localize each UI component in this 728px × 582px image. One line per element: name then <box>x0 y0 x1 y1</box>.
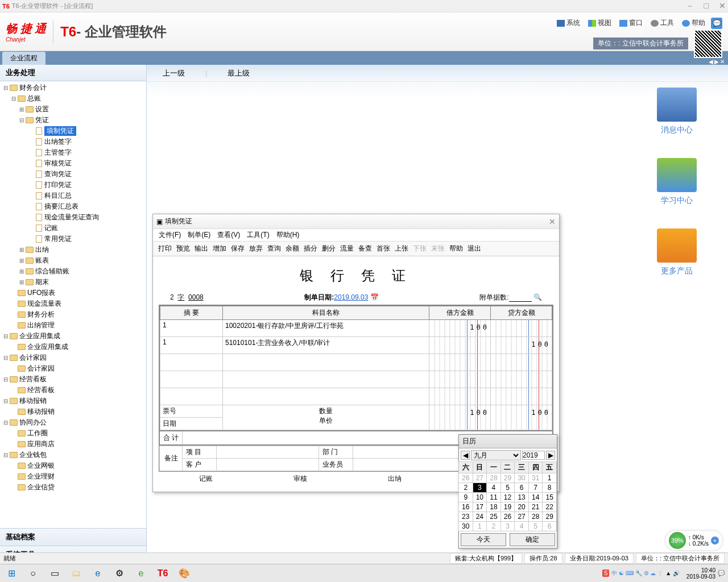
cal-day[interactable]: 18 <box>486 502 501 512</box>
cal-day[interactable]: 20 <box>514 502 529 512</box>
cal-day[interactable]: 3 <box>473 483 487 493</box>
toolbar-余额[interactable]: 余额 <box>284 243 301 255</box>
tree-query-voucher[interactable]: 查询凭证 <box>0 169 146 180</box>
cal-day[interactable]: 28 <box>486 473 501 483</box>
voucher-window-titlebar[interactable]: ▣ 填制凭证 ✕ <box>153 214 559 229</box>
sidebar-footer-basic[interactable]: 基础档案 <box>0 529 146 546</box>
toolbar-插分[interactable]: 插分 <box>302 243 319 255</box>
cal-day[interactable]: 8 <box>542 483 557 493</box>
search-icon[interactable]: 🔍 <box>533 293 542 301</box>
voucher-table[interactable]: 摘 要 科目名称 借方金额 贷方金额 110020201-银行存款/中里房评/工… <box>159 305 553 431</box>
tree-collab[interactable]: ⊟协同办公 <box>0 417 146 428</box>
tree-fill-voucher[interactable]: 填制凭证 <box>0 126 146 136</box>
cal-day[interactable]: 1 <box>473 521 487 531</box>
tab-nav[interactable]: ◀▶✕ <box>709 59 728 65</box>
cal-day[interactable]: 3 <box>500 521 515 531</box>
tree-audit-voucher[interactable]: 审核凭证 <box>0 158 146 169</box>
cal-day[interactable]: 22 <box>542 502 557 512</box>
calendar-icon[interactable]: 📅 <box>370 293 379 301</box>
vmenu-view[interactable]: 查看(V) <box>215 230 242 240</box>
tree-subject-summary[interactable]: 科目汇总 <box>0 190 146 201</box>
voucher-row[interactable]: 110020201-银行存款/中里房评/工行华苑 100 <box>160 320 552 337</box>
cal-day[interactable]: 15 <box>542 492 557 502</box>
notification-icon[interactable]: 💬 <box>718 570 725 576</box>
tree-acc-home[interactable]: ⊟会计家园 <box>0 352 146 363</box>
paint-icon[interactable]: 🎨 <box>176 567 192 580</box>
minimize-button[interactable]: － <box>686 1 694 11</box>
tree-mobile[interactable]: ⊟移动报销 <box>0 396 146 406</box>
cal-day[interactable]: 5 <box>528 521 543 531</box>
right-learn-center[interactable]: 学习中心 <box>657 158 697 206</box>
cal-day[interactable]: 7 <box>528 483 543 493</box>
tree-cashier-sign[interactable]: 出纳签字 <box>0 136 146 147</box>
tree-credit[interactable]: 企业信贷 <box>0 482 146 493</box>
sidebar-header[interactable]: 业务处理 <box>0 65 146 81</box>
cal-day[interactable]: 2 <box>486 521 501 531</box>
vmenu-file[interactable]: 文件(F) <box>156 230 183 240</box>
tree-financial[interactable]: ⊟财务会计 <box>0 82 146 93</box>
calendar-title[interactable]: 日历 <box>459 435 557 448</box>
menu-tool[interactable]: 工具 <box>648 17 676 29</box>
cal-day[interactable]: 14 <box>528 492 543 502</box>
cal-day[interactable]: 6 <box>542 521 557 531</box>
calendar-prev[interactable]: ◀ <box>461 451 470 460</box>
voucher-close-button[interactable]: ✕ <box>549 217 556 226</box>
browser2-icon[interactable]: e <box>133 567 149 580</box>
tree-setup[interactable]: ⊞设置 <box>0 104 146 115</box>
cal-day[interactable]: 12 <box>500 492 515 502</box>
cal-day[interactable]: 13 <box>514 492 529 502</box>
toolbar-帮助[interactable]: 帮助 <box>448 243 465 255</box>
settings-icon[interactable]: ⚙ <box>111 567 127 580</box>
tree-ebank[interactable]: 企业网银 <box>0 460 146 471</box>
cal-day[interactable]: 19 <box>500 502 515 512</box>
voucher-row[interactable]: 151010101-主营业务收入/中联/审计 100 <box>160 337 552 354</box>
tree-common-voucher[interactable]: 常用凭证 <box>0 234 146 244</box>
taskbar[interactable]: ⊞ ○ ▭ 🗂 e ⚙ e T6 🎨 S 中 ☯ ⌨ 🔧 ⚙ ☁ ⋮ ▲ 🔊 1… <box>0 564 728 582</box>
cal-day[interactable]: 28 <box>528 512 543 522</box>
tree-print-voucher[interactable]: 打印凭证 <box>0 180 146 190</box>
cal-day[interactable]: 27 <box>473 473 487 483</box>
menu-window[interactable]: 窗口 <box>617 17 645 29</box>
tree-book[interactable]: 记账 <box>0 223 146 234</box>
edge-icon[interactable]: e <box>90 567 106 580</box>
t6-icon[interactable]: T6 <box>155 567 171 580</box>
tab-enterprise-flow[interactable]: 企业流程 <box>2 52 46 65</box>
tray-ime-icon[interactable]: S <box>602 569 610 577</box>
calendar-next[interactable]: ▶ <box>546 451 555 460</box>
tree-dashboard-sub[interactable]: 经营看板 <box>0 385 146 396</box>
toolbar-放弃[interactable]: 放弃 <box>247 243 264 255</box>
tree-ufo[interactable]: UFO报表 <box>0 288 146 298</box>
cal-day[interactable]: 16 <box>458 502 473 512</box>
cal-day[interactable]: 30 <box>458 521 473 531</box>
tree-wallet[interactable]: ⊟企业钱包 <box>0 450 146 460</box>
tree-cashier-mgmt[interactable]: 出纳管理 <box>0 320 146 331</box>
right-more-products[interactable]: 更多产品 <box>657 228 697 276</box>
toolbar-首张[interactable]: 首张 <box>375 243 392 255</box>
taskview-icon[interactable]: ▭ <box>47 567 63 580</box>
calendar-month-select[interactable]: 九月 <box>471 450 521 460</box>
tree-reports[interactable]: ⊞账表 <box>0 255 146 266</box>
cal-day[interactable]: 21 <box>528 502 543 512</box>
cal-day[interactable]: 1 <box>542 473 557 483</box>
calendar-grid[interactable]: 六日一二三四五262728293031123456789101112131415… <box>459 462 557 531</box>
vmenu-make[interactable]: 制单(E) <box>185 230 213 240</box>
cal-day[interactable]: 5 <box>500 483 515 493</box>
tree-supervisor-sign[interactable]: 主管签字 <box>0 147 146 158</box>
cal-day[interactable]: 31 <box>528 473 543 483</box>
tree-app-integration-sub[interactable]: 企业应用集成 <box>0 342 146 352</box>
tree-fin-analysis[interactable]: 财务分析 <box>0 309 146 320</box>
breadcrumb-up[interactable]: 上一级 <box>158 67 189 80</box>
tree-voucher[interactable]: ⊟凭证 <box>0 115 146 126</box>
cal-day[interactable]: 17 <box>473 502 487 512</box>
start-button[interactable]: ⊞ <box>3 567 19 580</box>
explorer-icon[interactable]: 🗂 <box>68 567 84 580</box>
vmenu-tool[interactable]: 工具(T) <box>245 230 271 240</box>
toolbar-退出[interactable]: 退出 <box>466 243 483 255</box>
breadcrumb-top[interactable]: 最上级 <box>223 67 254 80</box>
tree-workring[interactable]: 工作圈 <box>0 428 146 439</box>
toolbar-备查[interactable]: 备查 <box>357 243 374 255</box>
menu-view[interactable]: 视图 <box>586 17 614 29</box>
tree-period-end[interactable]: ⊞期末 <box>0 277 146 288</box>
system-tray[interactable]: S 中 ☯ ⌨ 🔧 ⚙ ☁ ⋮ ▲ 🔊 10:402019-09-03 💬 <box>602 567 725 580</box>
cal-day[interactable]: 29 <box>542 512 557 522</box>
